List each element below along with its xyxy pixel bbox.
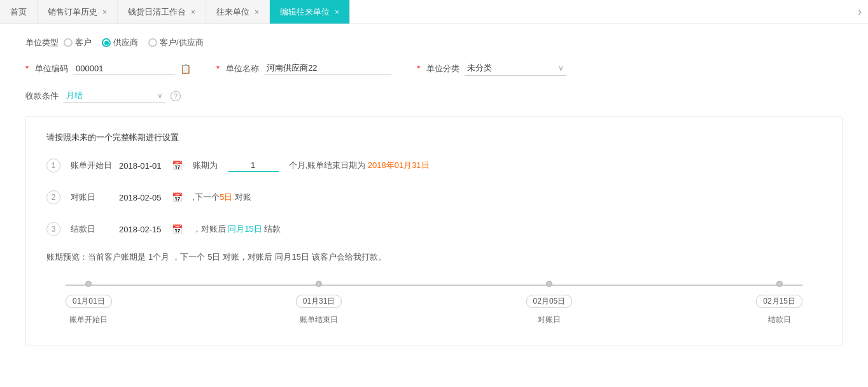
timeline-point-1: 01月01日 账单开始日 (66, 281, 112, 325)
step-number-1: 1 (46, 158, 60, 172)
step-row-2: 2 对账日 2018-02-05 📅 ,下一个5日 对账 (46, 190, 822, 204)
step-date-3: 2018-02-15 (119, 225, 162, 234)
preview-middle1: ，下一个 (172, 251, 205, 263)
period-input[interactable] (228, 159, 279, 172)
timeline-point-3: 02月05日 对账日 (526, 281, 573, 325)
preview-row: 账期预览：当前客户账期是 1个月 ，下一个 5日 对账，对账后 同月15日 该客… (46, 251, 822, 263)
unit-code-required: * (25, 64, 29, 73)
step-calendar-3[interactable]: 📅 (172, 224, 183, 234)
tab-more-button[interactable]: › (851, 0, 868, 24)
main-content: 单位类型 客户 供应商 客户/供应商 * 单位编码 (0, 24, 868, 387)
timeline-dot-1 (85, 281, 92, 287)
payment-terms-field: 收款条件 月结 ∨ ? (25, 88, 181, 103)
step-suffix-3: ，对账后 同月15日 结款 (193, 223, 281, 235)
step-calendar-2[interactable]: 📅 (172, 192, 183, 202)
timeline-container: 01月01日 账单开始日 01月31日 账单结束日 02月05日 对账日 (46, 281, 822, 325)
timeline-point-4: 02月15日 结款日 (756, 281, 802, 325)
unit-code-input[interactable] (73, 62, 175, 75)
timeline-dot-2 (316, 281, 322, 287)
payment-terms-arrow: ∨ (157, 91, 163, 100)
unit-name-required: * (216, 64, 220, 73)
radio-group-unit-type: 客户 供应商 客户/供应商 (64, 37, 204, 48)
step-period-label: 账期为 (193, 160, 218, 171)
unit-category-label: 单位分类 (426, 63, 459, 74)
step-period-unit: 个月,账单结束日期为 2018年01月31日 (289, 160, 430, 171)
unit-category-required: * (417, 64, 420, 73)
payment-terms-value: 月结 (66, 90, 157, 101)
radio-customer[interactable]: 客户 (64, 37, 92, 48)
tab-home[interactable]: 首页 (0, 0, 38, 24)
unit-info-row: * 单位编码 📋 * 单位名称 * 单位分类 未分类 ∨ (25, 61, 843, 76)
panel-title: 请按照未来的一个完整帐期进行设置 (46, 132, 822, 143)
radio-supplier-label: 供应商 (113, 37, 138, 48)
unit-code-field: * 单位编码 📋 (25, 62, 191, 75)
step-suffix-2: ,下一个5日 对账 (193, 192, 251, 203)
timeline-date-3: 02月05日 (526, 295, 573, 308)
timeline-dot-3 (546, 281, 552, 287)
preview-middle2: 对账，对账后 (223, 251, 272, 263)
unit-code-copy-icon[interactable]: 📋 (180, 64, 191, 74)
preview-prefix: 账期预览：当前客户账期是 (46, 251, 146, 263)
unit-name-field: * 单位名称 (216, 62, 391, 75)
billing-period-panel: 请按照未来的一个完整帐期进行设置 1 账单开始日 2018-01-01 📅 账期… (25, 116, 843, 346)
radio-customer-supplier[interactable]: 客户/供应商 (148, 37, 204, 48)
timeline-point-2: 01月31日 账单结束日 (296, 281, 342, 325)
step-date-1: 2018-01-01 (119, 161, 162, 171)
unit-type-label: 单位类型 (25, 37, 59, 48)
payment-terms-label: 收款条件 (25, 90, 59, 102)
timeline-label-2: 账单结束日 (300, 314, 338, 325)
timeline-date-1: 01月01日 (66, 295, 112, 308)
payment-terms-row: 收款条件 月结 ∨ ? (25, 88, 843, 103)
tab-cash-workbench[interactable]: 钱货日清工作台 × (118, 0, 206, 24)
tab-edit-partner[interactable]: 编辑往来单位 × (270, 0, 350, 24)
preview-suffix: 该客户会给我打款。 (312, 251, 386, 263)
unit-category-dropdown[interactable]: 未分类 ∨ (465, 61, 566, 76)
unit-type-field: 单位类型 客户 供应商 客户/供应商 (25, 37, 204, 48)
tab-partner-units[interactable]: 往来单位 × (206, 0, 270, 24)
tab-partner-units-close[interactable]: × (255, 8, 259, 17)
unit-type-row: 单位类型 客户 供应商 客户/供应商 (25, 37, 843, 48)
preview-part2: 5日 (207, 251, 220, 263)
tab-cash-workbench-close[interactable]: × (191, 8, 195, 17)
radio-customer-circle (64, 38, 73, 47)
tab-bar: 首页 销售订单历史 × 钱货日清工作台 × 往来单位 × 编辑往来单位 × › (0, 0, 868, 24)
step-number-3: 3 (46, 222, 60, 236)
timeline-dot-4 (776, 281, 783, 287)
preview-part1: 1个月 (148, 251, 169, 263)
payment-terms-dropdown[interactable]: 月结 ∨ (64, 88, 165, 103)
step-row-1: 1 账单开始日 2018-01-01 📅 账期为 个月,账单结束日期为 2018… (46, 158, 822, 172)
radio-customer-supplier-circle (148, 38, 157, 47)
unit-name-input[interactable] (264, 62, 391, 75)
unit-name-label: 单位名称 (226, 63, 259, 74)
payment-terms-help-icon[interactable]: ? (171, 91, 181, 101)
step-label-2: 对账日 (71, 192, 109, 203)
step-label-3: 结款日 (71, 223, 109, 235)
radio-supplier[interactable]: 供应商 (102, 37, 138, 48)
radio-customer-supplier-label: 客户/供应商 (160, 37, 204, 48)
radio-customer-label: 客户 (75, 37, 92, 48)
timeline-label-3: 对账日 (538, 314, 561, 325)
step-label-1: 账单开始日 (71, 160, 109, 171)
unit-category-field: * 单位分类 未分类 ∨ (417, 61, 566, 76)
tab-sales-history[interactable]: 销售订单历史 × (38, 0, 118, 24)
unit-category-value: 未分类 (467, 62, 558, 74)
unit-code-label: 单位编码 (35, 63, 68, 74)
period-end-date: 2018年01月31日 (368, 160, 430, 170)
tab-edit-partner-close[interactable]: × (335, 8, 339, 17)
preview-part3: 同月15日 (275, 251, 309, 263)
timeline-label-1: 账单开始日 (69, 314, 108, 325)
step-number-2: 2 (46, 190, 60, 204)
step-date-2: 2018-02-05 (119, 193, 162, 202)
step-row-3: 3 结款日 2018-02-15 📅 ，对账后 同月15日 结款 (46, 222, 822, 236)
timeline-date-4: 02月15日 (756, 295, 802, 308)
tab-sales-history-close[interactable]: × (102, 8, 107, 17)
timeline-label-4: 结款日 (768, 314, 791, 325)
timeline-points: 01月01日 账单开始日 01月31日 账单结束日 02月05日 对账日 (66, 281, 802, 325)
step-calendar-1[interactable]: 📅 (172, 160, 183, 171)
radio-supplier-circle (102, 38, 111, 47)
unit-category-arrow: ∨ (558, 64, 564, 73)
tab-more-icon: › (858, 5, 862, 18)
timeline-date-2: 01月31日 (296, 295, 342, 308)
